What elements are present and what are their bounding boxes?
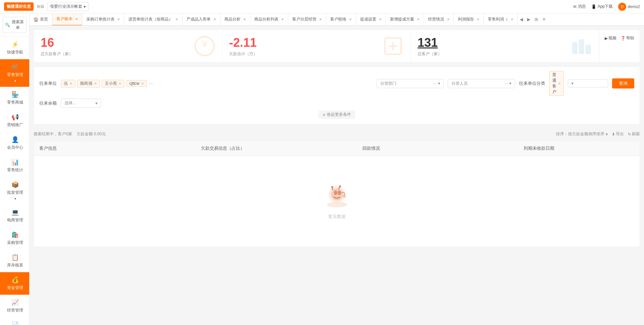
sidebar-item-label-inventory: 库存核算: [7, 262, 23, 268]
sidebar-item-label-member: 会员中心: [7, 145, 23, 150]
query-btn[interactable]: 查询: [612, 78, 634, 88]
empty-illustration: [320, 183, 354, 210]
sidebar-item-inventory[interactable]: 📋 库存核算: [0, 250, 29, 272]
sort-select[interactable]: 排序：按欠款金额倒序排序 ▾: [556, 131, 608, 137]
tab-cost-in[interactable]: 产成品入库单 ✕: [182, 13, 220, 26]
unit-tag-cjttcw-close[interactable]: ✕: [141, 82, 144, 85]
result-bar: 搜索结果中，客户0家 欠款金额 0.00元 排序：按欠款金额倒序排序 ▾ ⬇ 导…: [34, 129, 640, 140]
video-btn[interactable]: ▶ 视频: [605, 35, 616, 41]
person-filter-label-inner: 分管人员: [452, 81, 468, 86]
tab-customer-layer[interactable]: 客户分层经营 ✕: [288, 13, 326, 26]
tab-promote-settings-close[interactable]: ✕: [379, 17, 382, 21]
refresh-btn[interactable]: ↻ 刷新: [628, 131, 640, 137]
tab-customer-contact[interactable]: 客户联络 ✕: [326, 13, 356, 26]
filter-row-unit: 往来单位 伍 ✕ 陈民强 ✕ 王小亮 ✕ cjttcw ✕ ···: [39, 71, 634, 96]
sidebar-item-retail[interactable]: 🛒 零售管理 ▾: [0, 59, 29, 87]
app-download-btn[interactable]: 📱 App下载: [591, 4, 613, 9]
sidebar-item-member[interactable]: 👤 会员中心: [0, 132, 29, 154]
unit-category-tag-normal-close[interactable]: ✕: [558, 82, 561, 85]
tab-business-status[interactable]: 经营情况 ✕: [424, 13, 454, 26]
sidebar-item-finance[interactable]: 💰 资金管理: [0, 272, 29, 295]
tab-product-analysis-list-close[interactable]: ✕: [281, 17, 284, 21]
svg-point-12: [338, 190, 341, 195]
tab-nav-left[interactable]: ◀: [518, 17, 525, 22]
business-mgmt-icon: 📈: [11, 299, 19, 306]
sidebar-item-label-retail: 零售管理: [7, 72, 23, 78]
tab-customer-layer-label: 客户分层经营: [292, 16, 316, 22]
sort-label: 排序：按欠款金额倒序排序: [556, 131, 604, 137]
unit-tags-more[interactable]: ···: [149, 81, 153, 86]
stat-value-debt-customers: 16: [41, 35, 215, 50]
person-chevron-icon: ▾: [509, 81, 511, 86]
tab-nav-close-all[interactable]: ✕: [540, 17, 548, 22]
tab-purchase-order-close[interactable]: ✕: [117, 17, 120, 21]
tab-product-analysis[interactable]: 商品分析 ✕: [220, 13, 250, 26]
wholesale-icon: 📦: [11, 181, 19, 188]
message-btn[interactable]: ✉ 消息: [573, 4, 586, 9]
unit-tag-wang-close[interactable]: ✕: [119, 82, 121, 85]
tab-retail-profit[interactable]: 零售利润（ ✕: [484, 13, 518, 26]
tab-promote-settings-label: 提成设置: [360, 16, 376, 22]
tab-retail-profit-close[interactable]: ✕: [511, 17, 513, 21]
help-btn[interactable]: ❓ 帮助: [620, 35, 634, 41]
tab-customer-account-label: 客户账本: [56, 16, 73, 22]
collapse-label: 收起更多条件: [327, 112, 351, 117]
message-icon: ✉: [573, 4, 576, 9]
sidebar-item-retail-stats[interactable]: 📊 零售统计: [0, 154, 29, 177]
workspace-selector[interactable]: 母婴行业演示帐套 ▾: [47, 2, 89, 11]
balance-select[interactable]: 选择... ▾: [61, 99, 101, 108]
tab-nav-expand[interactable]: ⊞: [532, 17, 540, 22]
tab-stock-stats-close[interactable]: ✕: [175, 17, 178, 21]
stat-icon-debt-amount: [382, 35, 404, 57]
sidebar-item-business-mgmt[interactable]: 📈 经营管理: [0, 295, 29, 317]
sidebar-search-area: 🔍 搜索菜单: [0, 13, 29, 37]
export-icon: ⬇: [612, 132, 615, 137]
unit-tag-chen-close[interactable]: ✕: [94, 82, 97, 85]
user-area[interactable]: D demo2: [618, 3, 640, 11]
tab-business-status-close[interactable]: ✕: [447, 17, 449, 21]
tab-customer-contact-close[interactable]: ✕: [349, 17, 352, 21]
tab-promote-settings[interactable]: 提成设置 ✕: [356, 13, 386, 26]
unit-category-select[interactable]: ▾: [568, 79, 608, 87]
export-btn[interactable]: ⬇ 导出: [612, 131, 624, 137]
tab-profit-report[interactable]: 利润报告 ✕: [454, 13, 484, 26]
tab-customer-account[interactable]: 客户账本 ✕: [52, 13, 82, 26]
tab-home[interactable]: 🏠 首页: [30, 13, 52, 26]
sidebar-item-marketing[interactable]: 📢 营销推广: [0, 109, 29, 132]
balance-placeholder: 选择...: [65, 100, 76, 106]
unit-tag-wu-close[interactable]: ✕: [70, 82, 72, 85]
sidebar-item-wholesale[interactable]: 📦 批发管理 ▾: [0, 177, 29, 205]
tab-product-analysis-list[interactable]: 商品分析列表 ✕: [250, 13, 288, 26]
unit-tag-wang: 王小亮 ✕: [102, 80, 124, 87]
tab-new-promote-close[interactable]: ✕: [417, 17, 420, 21]
tab-cost-in-close[interactable]: ✕: [213, 17, 216, 21]
tab-profit-report-close[interactable]: ✕: [477, 17, 479, 21]
tab-product-analysis-list-label: 商品分析列表: [254, 16, 278, 22]
tab-purchase-order[interactable]: 采购订单统计表 ✕: [82, 13, 124, 26]
sidebar-item-purchase[interactable]: 🛍️ 采购管理: [0, 227, 29, 250]
sidebar-item-label-retail-mall: 零售商城: [7, 100, 23, 105]
tab-product-analysis-close[interactable]: ✕: [243, 17, 246, 21]
dept-filter-select[interactable]: 分管部门 ··· ▾: [377, 79, 444, 88]
sidebar-item-label-wholesale: 批发管理: [7, 190, 23, 195]
tab-new-promote[interactable]: 新增提成方案 ✕: [386, 13, 424, 26]
sidebar-item-quick-nav[interactable]: ⚡ 快捷导航: [0, 37, 29, 59]
export-label: 导出: [616, 131, 624, 137]
person-filter-select[interactable]: 分管人员 ··· ▾: [448, 79, 515, 88]
tab-stock-stats[interactable]: 进货单统计表（按商品） ✕: [124, 13, 182, 26]
tab-cost-in-label: 产成品入库单: [186, 16, 211, 22]
stat-card-debt-amount: -2.11 欠款合计（万）: [222, 30, 411, 62]
stat-card-debt-customers: 16 总欠款客户（家） ¥: [34, 30, 222, 62]
balance-label: 往来余额: [39, 100, 57, 106]
tab-nav-right[interactable]: ▶: [525, 17, 532, 22]
sidebar-item-ecommerce[interactable]: 💻 电商管理: [0, 205, 29, 227]
search-menu-btn[interactable]: 🔍 搜索菜单: [3, 17, 27, 33]
collapse-btn[interactable]: ∧ 收起更多条件: [318, 110, 355, 119]
sidebar-item-retail-mall[interactable]: 🏪 零售商城: [0, 87, 29, 109]
purchase-icon: 🛍️: [11, 231, 19, 239]
sidebar-item-basic-info[interactable]: 📄 基础信息: [0, 317, 29, 325]
tab-customer-layer-close[interactable]: ✕: [319, 17, 322, 21]
balance-chevron-icon: ▾: [95, 101, 97, 106]
basic-info-icon: 📄: [11, 321, 19, 325]
tab-customer-account-close[interactable]: ✕: [75, 17, 78, 21]
